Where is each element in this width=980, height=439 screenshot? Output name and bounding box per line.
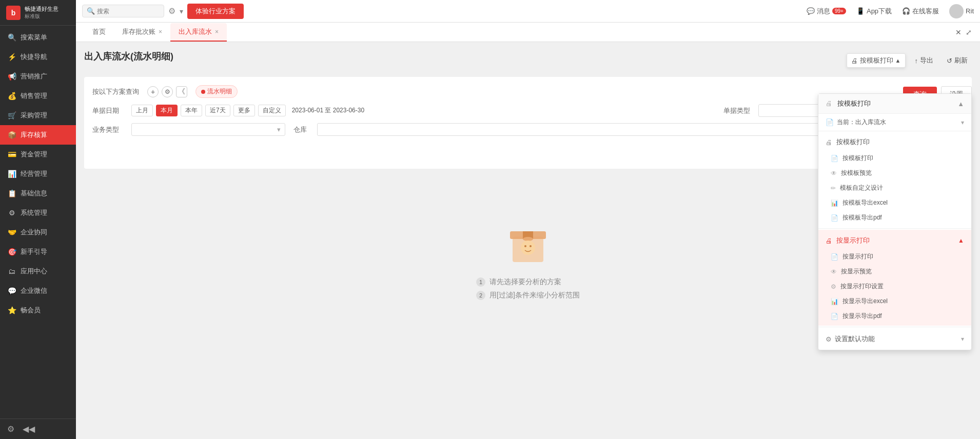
sidebar-item-label: 销售管理: [21, 91, 47, 101]
print-dropdown-title: 🖨 按模板打印: [826, 99, 871, 108]
display-preview-label: 按显示预览: [841, 267, 872, 276]
date-filter-label: 单据日期: [92, 106, 123, 115]
print-dropdown-chevron[interactable]: ▲: [957, 100, 964, 108]
sidebar-item-wechat[interactable]: 💬 企业微信: [0, 281, 76, 301]
topbar-search-box[interactable]: 🔍: [82, 5, 164, 17]
filter-collapse-button[interactable]: 《: [176, 86, 187, 97]
collapse-sidebar-icon[interactable]: ◀◀: [23, 424, 35, 434]
template-print-button[interactable]: 🖨 按模板打印 ▲: [847, 53, 906, 68]
tab-in-out-flow-close[interactable]: ×: [215, 28, 219, 35]
search-menu-icon: 🔍: [7, 33, 16, 42]
customer-service-label: 在线客服: [912, 7, 939, 16]
display-print-action-item[interactable]: 📄 按显示打印: [818, 249, 971, 264]
sidebar-item-label: 经营管理: [21, 169, 47, 178]
sidebar-item-purchase[interactable]: 🛒 采购管理: [0, 106, 76, 125]
template-preview-item[interactable]: 👁 按模板预览: [818, 166, 971, 181]
template-print-action-icon: 📄: [831, 155, 838, 162]
date-btn-custom[interactable]: 自定义: [258, 105, 286, 116]
operations-icon: 📊: [7, 170, 16, 178]
message-label: 消息: [817, 7, 830, 16]
settings-gear-icon[interactable]: ⚙: [168, 6, 175, 16]
business-type-label: 业务类型: [92, 125, 123, 134]
date-btn-more[interactable]: 更多: [233, 105, 255, 116]
set-default-icon: ⚙: [826, 335, 832, 343]
export-button[interactable]: ↑ 导出: [911, 54, 938, 67]
sidebar-item-enterprise[interactable]: 🤝 企业协同: [0, 223, 76, 242]
close-window-icon[interactable]: ✕: [955, 28, 962, 36]
sidebar-item-quick-nav[interactable]: ⚡ 快捷导航: [0, 47, 76, 67]
business-type-select[interactable]: ▾: [131, 123, 285, 136]
display-print-section: 🖨 按显示打印 ▲ 📄 按显示打印 👁 按显示预览 ⚙ 按显示打印设置: [818, 230, 971, 326]
template-export-pdf-item[interactable]: 📄 按模板导出pdf: [818, 210, 971, 225]
trial-button[interactable]: 体验行业方案: [187, 4, 244, 19]
sidebar-item-label: 库存核算: [21, 130, 47, 139]
topbar-left: 🔍 ⚙ ▾ 体验行业方案: [82, 4, 807, 19]
filter-tag[interactable]: 流水明细: [195, 85, 238, 98]
current-template-label: 当前：出入库流水: [837, 118, 886, 127]
page-title: 出入库流水(流水明细): [84, 50, 173, 63]
sidebar-item-label: 资金管理: [21, 150, 47, 159]
sidebar: b 畅捷通好生意 标准版 🔍 搜索菜单 ⚡ 快捷导航 📢 营销推广 💰 销售管理…: [0, 0, 76, 439]
sidebar-item-finance[interactable]: 💳 资金管理: [0, 145, 76, 164]
date-btn-last-7[interactable]: 近7天: [205, 105, 230, 116]
sidebar-item-search-menu[interactable]: 🔍 搜索菜单: [0, 28, 76, 47]
template-export-excel-icon: 📊: [831, 199, 838, 207]
page-header: 出入库流水(流水明细) 🖨 按模板打印 ▲ ↑ 导出 ↺ 刷新: [84, 50, 972, 71]
template-export-excel-item[interactable]: 📊 按模板导出excel: [818, 195, 971, 210]
display-section-chevron: ▲: [958, 237, 964, 244]
date-btn-last-month[interactable]: 上月: [131, 105, 153, 116]
tab-inventory-batch-close[interactable]: ×: [159, 28, 162, 35]
app-download-button[interactable]: 📱 App下载: [856, 7, 892, 16]
set-default-section: ⚙ 设置默认功能 ▾: [818, 328, 971, 350]
sidebar-item-label: 快捷导航: [21, 52, 47, 62]
marketing-icon: 📢: [7, 72, 16, 81]
sidebar-nav: 🔍 搜索菜单 ⚡ 快捷导航 📢 营销推广 💰 销售管理 🛒 采购管理 📦 库存核…: [0, 26, 76, 418]
message-button[interactable]: 💬 消息 99+: [807, 7, 846, 16]
template-custom-label: 模板自定义设计: [840, 184, 883, 192]
refresh-button[interactable]: ↺ 刷新: [943, 54, 972, 67]
set-default-header[interactable]: ⚙ 设置默认功能 ▾: [818, 330, 971, 348]
sidebar-item-label: 搜索菜单: [21, 33, 47, 42]
date-btn-this-year[interactable]: 本年: [181, 105, 202, 116]
search-input[interactable]: [97, 8, 159, 15]
section-divider: [818, 228, 971, 229]
customer-service-icon: 🎧: [902, 7, 910, 15]
display-export-pdf-item[interactable]: 📄 按显示导出pdf: [818, 309, 971, 324]
tab-in-out-flow-label: 出入库流水: [179, 27, 212, 36]
enterprise-icon: 🤝: [7, 228, 16, 236]
date-btn-this-month[interactable]: 本月: [156, 105, 178, 116]
template-print-section: 🖨 按模板打印 📄 按模板打印 👁 按模板预览 ✏ 模板自定义设计 📊: [818, 131, 971, 227]
display-preview-item[interactable]: 👁 按显示预览: [818, 264, 971, 279]
sidebar-item-inventory[interactable]: 📦 库存核算: [0, 125, 76, 145]
tab-in-out-flow[interactable]: 出入库流水 ×: [170, 23, 227, 42]
refresh-icon: ↺: [947, 57, 952, 65]
template-custom-item[interactable]: ✏ 模板自定义设计: [818, 181, 971, 195]
display-export-excel-item[interactable]: 📊 按显示导出excel: [818, 294, 971, 309]
app-name: 畅捷通好生意: [25, 5, 58, 12]
display-print-settings-item[interactable]: ⚙ 按显示打印设置: [818, 279, 971, 294]
sidebar-item-marketing[interactable]: 📢 营销推广: [0, 67, 76, 86]
tab-inventory-batch[interactable]: 库存批次账 ×: [114, 23, 170, 42]
filter-settings-button[interactable]: ⚙: [162, 86, 173, 97]
template-print-action-item[interactable]: 📄 按模板打印: [818, 151, 971, 166]
sidebar-item-guide[interactable]: 🎯 新手引导: [0, 242, 76, 262]
empty-step-1: 1 请先选择要分析的方案: [476, 277, 580, 287]
sidebar-item-sales[interactable]: 💰 销售管理: [0, 86, 76, 106]
dropdown-chevron-icon[interactable]: ▾: [180, 7, 183, 15]
tag-dot: [201, 90, 205, 94]
quick-nav-icon: ⚡: [7, 53, 16, 61]
sidebar-item-label: 采购管理: [21, 111, 47, 120]
sidebar-item-basics[interactable]: 📋 基础信息: [0, 184, 76, 203]
settings-footer-icon[interactable]: ⚙: [7, 424, 14, 434]
wechat-icon: 💬: [7, 287, 16, 295]
sidebar-item-system[interactable]: ⚙ 系统管理: [0, 203, 76, 223]
filter-add-button[interactable]: +: [147, 86, 159, 97]
sidebar-item-member[interactable]: ⭐ 畅会员: [0, 301, 76, 320]
sidebar-item-app-center[interactable]: 🗂 应用中心: [0, 262, 76, 281]
sidebar-item-operations[interactable]: 📊 经营管理: [0, 164, 76, 184]
tab-home[interactable]: 首页: [84, 23, 114, 42]
purchase-icon: 🛒: [7, 111, 16, 119]
customer-service-button[interactable]: 🎧 在线客服: [902, 7, 939, 16]
user-avatar-area[interactable]: Rit: [949, 4, 974, 18]
maximize-window-icon[interactable]: ⤢: [966, 28, 972, 36]
